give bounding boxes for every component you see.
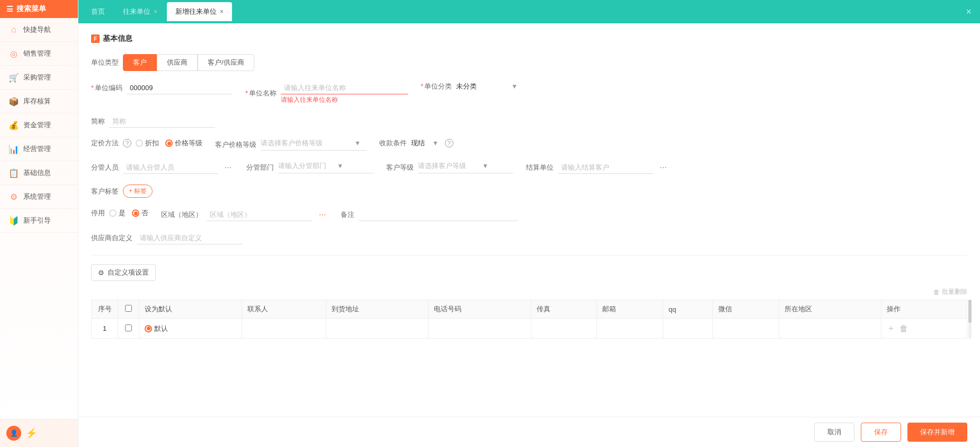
search-menu-label: 搜索菜单 [16,4,46,14]
department-wrapper[interactable]: 请输入分管部门 ▼ [278,161,373,173]
search-menu-button[interactable]: ☰ 搜索菜单 [0,0,78,18]
unit-code-input[interactable] [127,82,233,94]
manager-more-icon[interactable]: ··· [222,163,234,172]
radio-yes-label: 是 [119,208,126,218]
tab-new-partner-close[interactable]: × [220,8,224,15]
settlement-unit-input[interactable] [558,161,653,174]
unit-name-group: 单位名称 请输入往来单位名称 [245,82,408,104]
unit-name-error: 请输入往来单位名称 [281,95,408,104]
manager-input[interactable] [123,161,218,174]
department-label: 分管部门 [246,163,274,172]
sidebar-item-guide[interactable]: 🔰 新手引导 [0,209,78,233]
supplier-custom-group: 供应商自定义 [91,232,243,244]
sidebar-item-label: 系统管理 [23,192,51,201]
type-btn-supplier[interactable]: 供应商 [157,54,198,71]
th-qq: qq [663,300,712,319]
add-tag-button[interactable]: + 标签 [123,185,153,198]
sidebar-item-purchase[interactable]: 🛒 采购管理 [0,66,78,90]
contact-table-wrapper: 序号 设为默认 联系人 到货地址 电话号码 传真 邮箱 qq 微信 所在地区 操… [91,300,967,339]
pricing-radio-group: 折扣 价格等级 [136,138,202,148]
table-header-row: 序号 设为默认 联系人 到货地址 电话号码 传真 邮箱 qq 微信 所在地区 操… [92,300,967,319]
row-checkbox[interactable] [125,325,132,331]
radio-discount[interactable]: 折扣 [136,138,159,148]
tab-home[interactable]: 首页 [83,2,113,21]
batch-delete-label[interactable]: 批量删除 [942,287,967,296]
row-wechat [712,319,779,339]
save-button[interactable]: 保存 [861,423,901,442]
sidebar-item-quick-nav[interactable]: ⌂ 快捷导航 [0,18,78,42]
disable-label: 停用 [91,208,105,218]
short-name-input[interactable] [109,115,215,128]
table-scrollbar[interactable] [968,300,972,339]
search-icon: ☰ [6,5,13,13]
payment-terms-help-icon[interactable]: ? [445,139,453,147]
tab-bar-close-button[interactable]: × [961,4,976,20]
th-fax: 传真 [531,300,597,319]
row-default-radio[interactable]: 默认 [145,324,236,334]
tags-group: 客户标签 + 标签 [91,185,153,198]
sidebar-item-sales[interactable]: ◎ 销售管理 [0,42,78,66]
unit-category-select-wrapper: 未分类 ▼ [456,82,520,91]
unit-code-label: 单位编码 [91,83,122,93]
system-icon: ⚙ [8,191,19,202]
row-phone [429,319,531,339]
region-label: 区域（地区） [161,210,202,220]
select-all-checkbox[interactable] [125,305,132,312]
customer-price-level-wrapper[interactable]: 请选择客户价格等级 ▼ [261,138,367,151]
sidebar-item-label: 快捷导航 [23,25,51,34]
contact-table: 序号 设为默认 联系人 到货地址 电话号码 传真 邮箱 qq 微信 所在地区 操… [91,300,967,339]
save-new-button[interactable]: 保存并新增 [907,423,967,442]
radio-price-level[interactable]: 价格等级 [165,138,202,148]
sidebar-item-finance[interactable]: 💰 资金管理 [0,113,78,137]
payment-terms-chevron-icon: ▼ [432,139,439,147]
sidebar-bottom: 👤 ⚡ [0,419,78,447]
unit-name-input[interactable] [281,82,408,94]
row-contact [242,319,326,339]
unit-code-group: 单位编码 [91,82,233,94]
manager-group: 分管人员 ··· [91,161,234,174]
sidebar-item-inventory[interactable]: 📦 库存核算 [0,90,78,113]
supplier-custom-input[interactable] [137,232,243,244]
sidebar-item-basics[interactable]: 📋 基础信息 [0,161,78,185]
region-more-icon[interactable]: ··· [317,210,328,220]
radio-yes[interactable]: 是 [109,208,126,218]
row-add-button[interactable]: ＋ [887,323,895,334]
batch-delete-icon: 🗑 [933,288,940,296]
manager-row: 分管人员 ··· 分管部门 请输入分管部门 ▼ 客户等级 请选择客户等级 ▼ 结… [91,161,967,174]
customer-level-chevron-icon: ▼ [482,162,488,170]
custom-settings-button[interactable]: ⚙ 自定义项设置 [91,264,156,281]
batch-delete-area: 🗑 批量删除 [91,287,967,296]
payment-terms-group: 收款条件 现结 ▼ ? [379,138,453,148]
tab-partners[interactable]: 往来单位 × [114,2,166,21]
row-region [779,319,881,339]
sidebar-item-operations[interactable]: 📊 经营管理 [0,137,78,161]
pricing-help-icon[interactable]: ? [123,139,131,147]
row-address [326,319,429,339]
type-btn-customer[interactable]: 客户 [123,54,157,71]
tab-partners-close[interactable]: × [154,8,157,15]
row-qq [663,319,712,339]
region-group: 区域（地区） ··· [161,208,328,221]
settlement-unit-more-icon[interactable]: ··· [657,163,669,172]
cancel-button[interactable]: 取消 [814,423,854,442]
sidebar-item-system[interactable]: ⚙ 系统管理 [0,185,78,209]
sidebar-item-label: 库存核算 [23,97,51,106]
notes-input[interactable] [359,208,518,221]
type-btn-both[interactable]: 客户/供应商 [198,54,254,71]
radio-no[interactable]: 否 [132,208,148,218]
region-input[interactable] [207,208,313,221]
th-num: 序号 [92,300,118,319]
radio-no-circle [132,209,139,217]
customer-price-level-label: 客户价格等级 [215,140,256,150]
th-address: 到货地址 [326,300,429,319]
pricing-method-group: 定价方法 ? 折扣 价格等级 [91,138,202,148]
row-delete-button[interactable]: 🗑 [899,323,908,334]
customer-level-wrapper[interactable]: 请选择客户等级 ▼ [418,161,513,173]
home-icon: ⌂ [8,24,19,35]
payment-terms-label: 收款条件 [379,138,407,148]
tab-new-partner[interactable]: 新增往来单位 × [167,2,232,21]
notes-group: 备注 [341,208,518,221]
finance-icon: 💰 [8,120,19,130]
row-email [597,319,663,339]
row-default-cell: 默认 [139,319,242,339]
